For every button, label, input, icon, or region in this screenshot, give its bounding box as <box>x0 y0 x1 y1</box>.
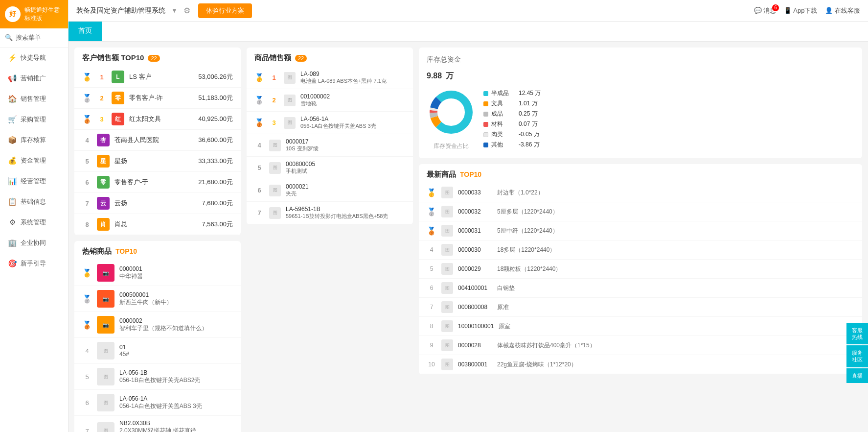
customer-rank-item[interactable]: 🥉 3 红 红太阳文具 40,925.00元 <box>74 109 241 130</box>
new-rank-number: 6 <box>427 285 436 291</box>
product-name: 中华神器 <box>119 272 233 281</box>
hot-product-item[interactable]: 6 图 LA-056-1A 056-1A白色按键开关盖ABS 3壳 <box>74 390 241 416</box>
logo-icon: 好 <box>5 6 21 22</box>
sidebar-logo: 好 畅捷通好生意 标准版 <box>0 0 68 28</box>
new-product-item[interactable]: 7 图 000800008 原准 <box>419 298 862 317</box>
new-product-item[interactable]: 6 图 004100001 白钢垫 <box>419 279 862 298</box>
new-product-code: 003800001 <box>458 361 492 368</box>
sidebar-item-sales[interactable]: 🏠 销售管理 <box>0 89 68 109</box>
customer-rank-item[interactable]: 🥇 1 L LS 客户 53,006.26元 <box>74 67 241 88</box>
customer-value: 7,563.00元 <box>202 220 233 229</box>
new-product-item[interactable]: 4 图 0000030 18多层（1220*2440） <box>419 240 862 260</box>
product-rank-thumbnail: 图 <box>269 162 281 174</box>
new-product-name: 白钢垫 <box>497 284 854 292</box>
left-column: 客户销售额 TOP10 22 🥇 1 L LS 客户 53,006.26元 🥈 … <box>74 48 241 432</box>
product-thumbnail: 图 <box>97 368 114 385</box>
new-products-title: 最新商品 <box>427 170 456 179</box>
float-customer-service[interactable]: 客服 热线 <box>846 323 868 345</box>
sidebar-item-basic-info[interactable]: 📋 基础信息 <box>0 192 68 212</box>
svg-point-6 <box>440 101 462 123</box>
new-product-name: 封边带（1.0*22） <box>497 189 854 197</box>
customer-rank-item[interactable]: 5 星 星扬 33,333.00元 <box>74 151 241 172</box>
messages-button[interactable]: 💬 消息 6 <box>754 6 777 15</box>
new-product-name: 18多层（1220*2440） <box>497 246 854 254</box>
product-rank-name: 雪地靴 <box>300 100 405 107</box>
sidebar: 好 畅捷通好生意 标准版 🔍 搜索菜单 ⚡ 快捷导航 📢 营销推广 🏠 销售管理… <box>0 0 69 432</box>
product-rank-item[interactable]: 4 图 0000017 10S 变刹罗绫 <box>247 134 413 157</box>
customer-rank-item[interactable]: 🥈 2 零 零售客户-许 51,183.00元 <box>74 88 241 109</box>
hot-product-item[interactable]: 🥈 📷 000500001 新西兰牛肉（新牛） <box>74 286 241 312</box>
product-rank-thumbnail: 图 <box>284 117 296 129</box>
new-product-item[interactable]: 10 图 003800001 22g鱼豆腐-烧烤味（1*12*20） <box>419 355 862 374</box>
search-menu[interactable]: 🔍 搜索菜单 <box>0 28 68 48</box>
customer-value: 33,333.00元 <box>198 157 233 166</box>
customer-rank-item[interactable]: 4 杏 苍南县人民医院 36,600.00元 <box>74 130 241 151</box>
product-rank-item[interactable]: 🥇 1 图 LA-089 电池盖 LA-089 ABS本色+黑种 7.1克 <box>247 67 413 89</box>
online-service-button[interactable]: 👤 在线客服 <box>825 6 860 15</box>
settings-icon[interactable]: ⚙ <box>183 6 190 15</box>
customer-rank-item[interactable]: 6 零 零售客户-于 21,680.00元 <box>74 172 241 193</box>
hot-product-item[interactable]: 7 图 NB2.0X30B 2.0X30MM双搓花轴,搓花直径2.1MM/ROH… <box>74 416 241 432</box>
float-service-community[interactable]: 服务 社区 <box>846 345 868 367</box>
legend-item-4: 材料 0.07 万 <box>483 120 541 128</box>
product-details: 000500001 新西兰牛肉（新牛） <box>119 291 233 307</box>
trial-button[interactable]: 体验行业方案 <box>198 3 252 18</box>
sidebar-item-enterprise[interactable]: 🏢 企业协同 <box>0 233 68 253</box>
hot-product-item[interactable]: 4 图 01 45# <box>74 338 241 364</box>
hot-products-header: 热销商品 TOP10 <box>74 241 241 260</box>
nav-tabs: 首页 <box>69 22 868 42</box>
legend-item-3: 成品 0.25 万 <box>483 110 541 118</box>
customer-value: 21,680.00元 <box>198 178 233 187</box>
product-rank-item[interactable]: 🥉 3 图 LA-056-1A 056-1A白色按键开关盖ABS 3壳 <box>247 112 413 134</box>
rank-number: 2 <box>269 96 279 104</box>
tab-home[interactable]: 首页 <box>69 22 102 41</box>
product-rank-name: 电池盖 LA-089 ABS本色+黑种 7.1克 <box>300 77 405 85</box>
dropdown-arrow-icon[interactable]: ▼ <box>171 7 178 14</box>
product-rank-item[interactable]: 5 图 000800005 手机测试 <box>247 157 413 179</box>
new-product-item[interactable]: 8 图 10000100001 原室 <box>419 317 862 336</box>
product-code: LA-056-1A <box>119 395 233 402</box>
sidebar-item-finance[interactable]: 💰 资金管理 <box>0 150 68 171</box>
medal-icon: 🥉 <box>254 118 264 127</box>
customer-rank-item[interactable]: 8 肖 肖总 7,563.00元 <box>74 214 241 235</box>
customer-avatar: 杏 <box>97 134 110 146</box>
product-thumbnail: 图 <box>97 342 114 360</box>
product-code: 0000002 <box>119 317 233 324</box>
sidebar-item-quick-nav[interactable]: ⚡ 快捷导航 <box>0 48 68 68</box>
product-rank-item[interactable]: 7 图 LA-59651-1B 59651-1B旋转投影灯电池盒ABS黑色+58… <box>247 202 413 224</box>
sidebar-item-guide[interactable]: 🎯 新手引导 <box>0 253 68 274</box>
product-rank-code: 0000017 <box>286 138 405 145</box>
product-rank-thumbnail: 图 <box>284 95 296 106</box>
product-rank-name: 056-1A白色按键开关盖ABS 3壳 <box>300 122 405 130</box>
float-live[interactable]: 直播 <box>846 368 868 383</box>
sidebar-item-purchase[interactable]: 🛒 采购管理 <box>0 109 68 130</box>
customer-value: 51,183.00元 <box>198 94 233 102</box>
marketing-icon: 📢 <box>8 74 17 83</box>
hot-product-item[interactable]: 🥇 📷 0000001 中华神器 <box>74 260 241 286</box>
product-rank-list: 🥇 1 图 LA-089 电池盖 LA-089 ABS本色+黑种 7.1克 🥈 … <box>247 67 413 224</box>
new-product-item[interactable]: 🥈 图 0000032 5厘多层（1220*2440） <box>419 202 862 221</box>
medal-icon: 🥉 <box>82 115 92 124</box>
sidebar-item-marketing[interactable]: 📢 营销推广 <box>0 68 68 89</box>
new-product-item[interactable]: 5 图 0000029 18颗粒板（1220*2440） <box>419 260 862 279</box>
medal-icon: 🥈 <box>82 94 92 103</box>
product-rank-code: 000800005 <box>286 161 405 168</box>
product-rank-item[interactable]: 6 图 0000021 夹壳 <box>247 179 413 202</box>
sidebar-item-operations[interactable]: 📊 经营管理 <box>0 171 68 192</box>
product-code: 0000001 <box>119 265 233 272</box>
hot-product-item[interactable]: 🥉 📷 0000002 智利车子里（规格不知道填什么） <box>74 312 241 338</box>
app-download-button[interactable]: 📱 App下载 <box>784 6 817 15</box>
product-rank-name: 夹壳 <box>286 190 405 197</box>
customer-avatar: L <box>112 71 124 83</box>
new-product-item[interactable]: 🥉 图 0000031 5厘中纤（1220*2440） <box>419 221 862 240</box>
hot-product-item[interactable]: 5 图 LA-056-1B 056-1B白色按键开关壳ABS2壳 <box>74 364 241 390</box>
sidebar-item-inventory[interactable]: 📦 库存核算 <box>0 130 68 150</box>
customer-rank-list: 🥇 1 L LS 客户 53,006.26元 🥈 2 零 零售客户-许 51,1… <box>74 67 241 235</box>
enterprise-icon: 🏢 <box>8 239 17 247</box>
customer-rank-item[interactable]: 7 云 云扬 7,680.00元 <box>74 193 241 214</box>
new-product-code: 0000030 <box>458 246 492 253</box>
new-product-item[interactable]: 9 图 0000028 体械嘉枝味苏打饮品400毫升（1*15） <box>419 336 862 355</box>
product-rank-item[interactable]: 🥈 2 图 001000002 雪地靴 <box>247 89 413 112</box>
sidebar-item-system[interactable]: ⚙ 系统管理 <box>0 212 68 233</box>
new-product-item[interactable]: 🥇 图 0000033 封边带（1.0*22） <box>419 183 862 202</box>
